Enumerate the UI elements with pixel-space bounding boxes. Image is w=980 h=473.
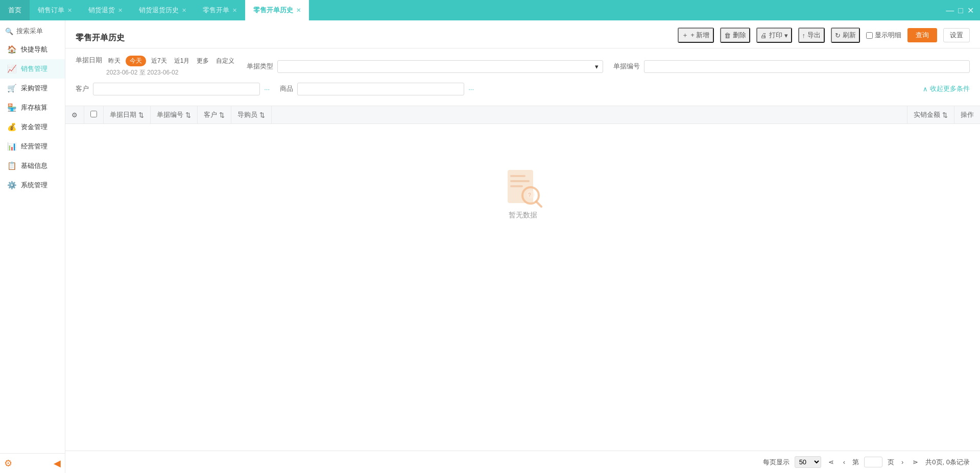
query-button[interactable]: 查询 [907, 28, 937, 42]
maximize-icon[interactable]: □ [958, 6, 963, 15]
first-page-btn[interactable]: ⋖ [826, 457, 836, 467]
tab-sales-return-history[interactable]: 销货退货历史 ✕ [131, 0, 195, 20]
sidebar-item-system[interactable]: ⚙️ 系统管理 [0, 176, 65, 195]
sales-icon: 📈 [7, 64, 17, 73]
filter-row-1: 单据日期 昨天 今天 近7天 近1月 更多 自定义 2023-06-02 至 2… [76, 56, 970, 77]
sidebar-search[interactable]: 🔍 搜索采单 [0, 20, 65, 40]
total-records: 共0页, 0条记录 [925, 458, 970, 467]
date-range-text: 2023-06-02 至 2023-06-02 [106, 68, 236, 77]
purchase-icon: 🛒 [7, 84, 17, 93]
toolbar: ＋ + 新增 🗑 删除 🖨 打印 ▾ ↑ 导出 ↻ [678, 28, 970, 48]
display-detail-checkbox[interactable] [866, 32, 873, 39]
table-header: ⚙ 单据日期 ⇅ 单据编号 [65, 106, 980, 124]
customer-select-icon[interactable]: ··· [264, 85, 270, 93]
sort-number[interactable]: 单据编号 ⇅ [157, 110, 191, 119]
date-btn-last7[interactable]: 近7天 [149, 56, 169, 66]
sort-date[interactable]: 单据日期 ⇅ [110, 110, 144, 119]
date-btn-last-month[interactable]: 近1月 [172, 56, 192, 66]
sidebar-item-purchase[interactable]: 🛒 采购管理 [0, 79, 65, 98]
collapse-button[interactable]: ∧ 收起更多条件 [923, 82, 970, 95]
sort-icon: ⇅ [259, 111, 265, 119]
sort-icon: ⇅ [185, 111, 191, 119]
top-nav-tabs: 首页 销售订单 ✕ 销货退货 ✕ 销货退货历史 ✕ 零售开单 ✕ 零售开单历史 … [0, 0, 309, 20]
doc-type-label: 单据类型 [247, 62, 273, 71]
date-options-wrapper: 昨天 今天 近7天 近1月 更多 自定义 2023-06-02 至 2023-0… [106, 56, 236, 77]
date-btn-today[interactable]: 今天 [126, 56, 146, 66]
date-btn-yesterday[interactable]: 昨天 [106, 56, 123, 66]
last-page-btn[interactable]: ⋗ [911, 457, 920, 467]
print-button[interactable]: 🖨 打印 ▾ [756, 28, 792, 43]
pagination-bar: 每页显示 50 10 20 100 ⋖ ‹ 第 1 页 › ⋗ 共0页, 0条记… [65, 451, 980, 473]
product-input[interactable] [297, 83, 464, 95]
th-guide: 导购员 ⇅ [231, 106, 272, 124]
doc-number-label: 单据编号 [613, 62, 640, 71]
collapse-icon[interactable]: ◀ [54, 458, 61, 469]
svg-rect-2 [510, 180, 530, 182]
prev-page-btn[interactable]: ‹ [841, 457, 847, 467]
close-icon[interactable]: ✕ [296, 7, 301, 14]
column-settings-icon[interactable]: ⚙ [71, 111, 78, 119]
top-nav-bar: 首页 销售订单 ✕ 销货退货 ✕ 销货退货历史 ✕ 零售开单 ✕ 零售开单历史 … [0, 0, 980, 20]
delete-icon: 🗑 [724, 32, 731, 39]
empty-row: ? 暂无数据 [65, 124, 980, 261]
tab-retail-open[interactable]: 零售开单 ✕ [195, 0, 245, 20]
sort-guide[interactable]: 导购员 ⇅ [237, 110, 265, 119]
page-label: 页 [888, 458, 894, 467]
page-label-pre: 第 [852, 458, 859, 467]
display-detail-checkbox-wrapper[interactable]: 显示明细 [866, 31, 901, 40]
doc-number-input[interactable] [644, 60, 970, 73]
minimize-icon[interactable]: — [946, 6, 954, 15]
tab-sales-return[interactable]: 销货退货 ✕ [80, 0, 131, 20]
date-btn-custom[interactable]: 自定义 [214, 56, 236, 66]
per-page-select[interactable]: 50 10 20 100 [795, 456, 821, 468]
empty-state: ? 暂无数据 [65, 124, 980, 261]
date-btn-more[interactable]: 更多 [195, 56, 211, 66]
add-icon: ＋ [682, 31, 688, 40]
close-icon[interactable]: ✕ [182, 7, 186, 14]
page-header: 零售开单历史 ＋ + 新增 🗑 删除 🖨 打印 ▾ ↑ 导出 [65, 20, 980, 48]
empty-cell: ? 暂无数据 [65, 124, 980, 261]
sidebar: 🔍 搜索采单 🏠 快捷导航 📈 销售管理 🛒 采购管理 🏪 库存核算 💰 资金管… [0, 20, 65, 473]
sidebar-item-basic-info[interactable]: 📋 基础信息 [0, 156, 65, 176]
sidebar-item-sales[interactable]: 📈 销售管理 [0, 59, 65, 79]
close-icon[interactable]: ✕ [232, 7, 237, 14]
th-spacer [272, 106, 907, 124]
chevron-up-icon: ∧ [923, 85, 928, 93]
system-icon: ⚙️ [7, 181, 17, 190]
print-dropdown-icon: ▾ [784, 32, 788, 39]
delete-button[interactable]: 🗑 删除 [720, 28, 750, 43]
empty-text: 暂无数据 [509, 211, 537, 220]
close-icon[interactable]: ✕ [118, 7, 123, 14]
sort-customer[interactable]: 客户 ⇅ [204, 110, 225, 119]
tab-home[interactable]: 首页 [0, 0, 30, 20]
tab-retail-open-history[interactable]: 零售开单历史 ✕ [245, 0, 309, 20]
product-select-icon[interactable]: ··· [468, 85, 474, 93]
doc-type-select[interactable]: ▾ [277, 60, 603, 73]
customer-label: 客户 [76, 84, 89, 93]
sidebar-item-inventory[interactable]: 🏪 库存核算 [0, 98, 65, 117]
window-controls: — □ ✕ [946, 6, 974, 15]
window-close-icon[interactable]: ✕ [967, 6, 974, 15]
close-icon[interactable]: ✕ [67, 7, 72, 14]
sidebar-item-operations[interactable]: 📊 经营管理 [0, 137, 65, 156]
refresh-button[interactable]: ↻ 刷新 [831, 28, 860, 43]
select-all-checkbox[interactable] [90, 111, 97, 117]
settings-bottom-icon[interactable]: ⚙ [4, 458, 12, 469]
add-button[interactable]: ＋ + 新增 [678, 28, 713, 43]
customer-input[interactable] [93, 83, 260, 95]
sidebar-item-quick-nav[interactable]: 🏠 快捷导航 [0, 40, 65, 59]
sidebar-bottom: ⚙ ◀ [0, 453, 65, 473]
filter-panel: 单据日期 昨天 今天 近7天 近1月 更多 自定义 2023-06-02 至 2… [65, 48, 980, 106]
export-button[interactable]: ↑ 导出 [798, 28, 825, 43]
sidebar-item-finance[interactable]: 💰 资金管理 [0, 117, 65, 137]
filter-row-2: 客户 ··· 商品 ··· ∧ 收起更多条件 [76, 82, 970, 95]
svg-text:?: ? [528, 192, 531, 198]
settings-button[interactable]: 设置 [943, 28, 970, 42]
product-filter: 商品 ··· [280, 83, 474, 95]
page-number-input[interactable]: 1 [864, 457, 882, 467]
tab-sales-order[interactable]: 销售订单 ✕ [30, 0, 80, 20]
sort-actual-amount[interactable]: 实销金额 ⇅ [914, 110, 948, 119]
th-actual-amount: 实销金额 ⇅ [907, 106, 954, 124]
th-date: 单据日期 ⇅ [104, 106, 151, 124]
next-page-btn[interactable]: › [899, 457, 905, 467]
